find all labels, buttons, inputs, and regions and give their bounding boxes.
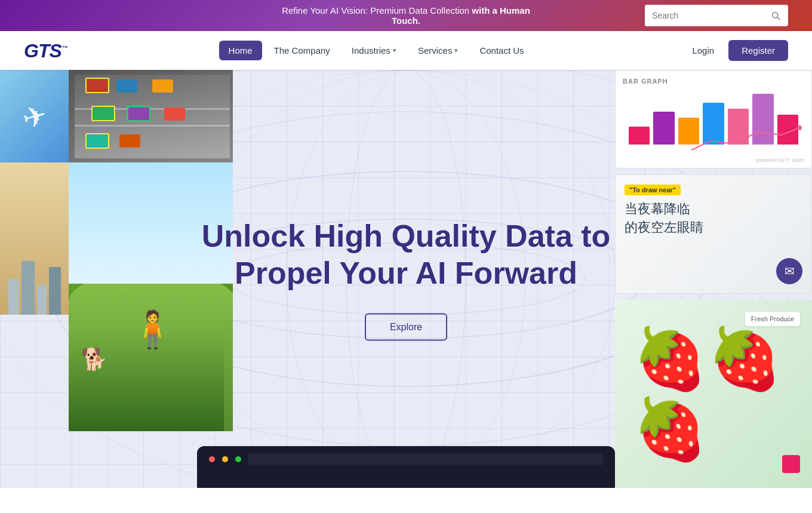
right-collage: BAR GRAPH powered by 🏳 team "To draw nea… [615,70,812,488]
traffic-scene [69,70,233,162]
color-chip [782,455,800,473]
chart-panel: BAR GRAPH powered by 🏳 team [615,70,812,168]
traffic-panel [69,70,233,162]
hero-title: Unlock High Quality Data to Propel Your … [191,217,621,292]
bottom-strip [197,446,615,488]
translation-chinese: 当夜幕降临 的夜空左眼睛 [625,200,802,237]
chart-title: BAR GRAPH [623,78,804,85]
dot-red [209,456,215,462]
logo[interactable]: GTS™ [24,41,67,60]
search-container [645,5,788,26]
nav-item-services[interactable]: Services ▾ [408,41,468,60]
nav-item-industries[interactable]: Industries ▾ [342,41,406,60]
strawberry-panel: 🍓🍓🍓 Fresh Produce [615,300,812,488]
strip-bar [248,453,603,465]
hero-content: Unlock High Quality Data to Propel Your … [191,217,621,341]
hero-section: ✈ [0,70,812,488]
login-button[interactable]: Login [685,41,721,60]
register-button[interactable]: Register [728,40,788,61]
nav-item-the-company[interactable]: The Company [264,41,340,60]
strawberry-label: Fresh Produce [745,312,800,326]
chat-icon[interactable]: ✉ [776,258,802,284]
airplane-panel: ✈ [0,70,69,162]
nav-links: Home The Company Industries ▾ Services ▾… [219,41,534,60]
search-icon [770,10,781,21]
airplane-icon: ✈ [19,97,50,135]
explore-button[interactable]: Explore [365,313,447,340]
nav-item-home[interactable]: Home [219,41,262,60]
logo-tm: ™ [62,45,67,51]
top-bar: Refine Your AI Vision: Premium Data Coll… [0,0,812,31]
nav-item-contact-us[interactable]: Contact Us [470,41,533,60]
bar-2 [653,112,674,145]
svg-point-9 [797,125,802,130]
powered-by-label: powered by 🏳 team [756,157,804,163]
services-chevron-icon: ▾ [454,47,458,54]
bottom-strip-inner [197,446,615,472]
translation-panel: "To draw near" 当夜幕降临 的夜空左眼睛 ✉ [615,174,812,294]
trend-line [686,123,805,156]
city-panel [0,162,69,315]
dot-green [235,456,241,462]
translation-badge: "To draw near" [625,185,681,195]
nav-auth: Login Register [685,40,788,61]
strawberry-icon: 🍓🍓🍓 [633,324,812,465]
industries-chevron-icon: ▾ [393,47,396,54]
logo-text: GTS™ [24,41,67,60]
search-button[interactable] [764,5,787,26]
search-input[interactable] [645,5,764,26]
bar-1 [629,127,650,145]
top-bar-message: Refine Your AI Vision: Premium Data Coll… [279,5,534,26]
dog-outline: 🐕 [81,347,107,372]
navbar: GTS™ Home The Company Industries ▾ Servi… [0,31,812,70]
dot-yellow [222,456,228,462]
